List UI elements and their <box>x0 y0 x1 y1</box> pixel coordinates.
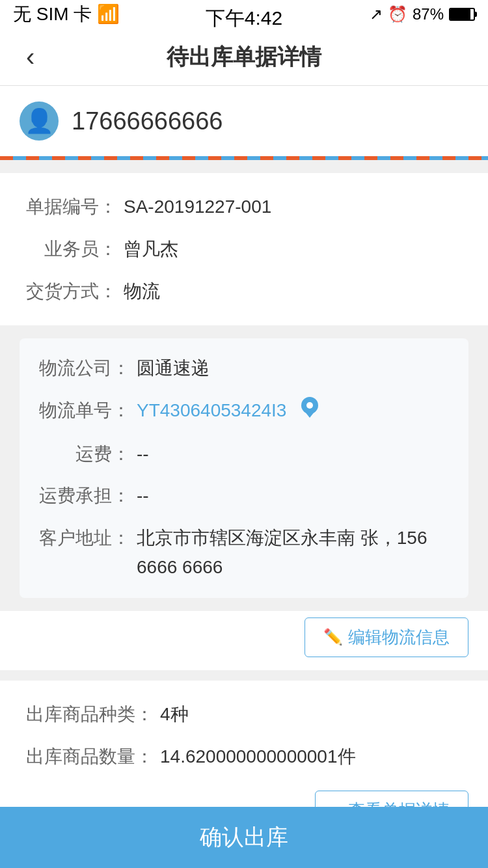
nav-bar: ‹ 待出库单据详情 <box>0 29 488 86</box>
avatar-icon: 👤 <box>25 107 54 135</box>
svg-marker-2 <box>305 411 315 418</box>
edit-logistics-label: 编辑物流信息 <box>348 626 450 649</box>
confirm-outbound-button[interactable]: 确认出库 <box>26 822 462 852</box>
address-label: 客户地址： <box>39 524 130 553</box>
location-status-icon: ↗ <box>370 5 383 23</box>
goods-quantity-label: 出库商品数量： <box>26 742 154 772</box>
goods-type-row: 出库商品种类： 4种 <box>26 700 462 729</box>
status-time: 下午4:42 <box>206 5 282 32</box>
document-info-section: 单据编号： SA-20191227-001 业务员： 曾凡杰 交货方式： 物流 <box>0 173 488 325</box>
salesman-value: 曾凡杰 <box>117 235 462 264</box>
salesman-row: 业务员： 曾凡杰 <box>26 235 462 264</box>
freight-bear-value: -- <box>130 481 449 511</box>
goods-type-value: 4种 <box>154 700 462 729</box>
customer-header: 👤 17666666666 <box>0 86 488 156</box>
logistics-section: 物流公司： 圆通速递 物流单号： YT43064053424I3 <box>20 338 468 597</box>
battery-icon <box>449 8 475 21</box>
freight-row: 运费： -- <box>39 440 449 469</box>
status-bar: 无 SIM 卡 📶 下午4:42 ↗ ⏰ 87% <box>0 0 488 29</box>
tracking-number-value: YT43064053424I3 <box>130 396 449 427</box>
delivery-value: 物流 <box>117 277 462 306</box>
avatar: 👤 <box>20 102 59 141</box>
freight-bear-label: 运费承担： <box>39 481 130 511</box>
page-title: 待出库单据详情 <box>167 42 321 72</box>
tracking-number-label: 物流单号： <box>39 396 130 426</box>
logistics-company-value: 圆通速递 <box>130 354 449 383</box>
alarm-icon: ⏰ <box>388 5 407 23</box>
document-number-value: SA-20191227-001 <box>117 193 462 222</box>
main-content: 👤 17666666666 单据编号： SA-20191227-001 业务员：… <box>0 86 488 868</box>
freight-value: -- <box>130 440 449 469</box>
status-left: 无 SIM 卡 📶 <box>13 2 120 27</box>
goods-type-label: 出库商品种类： <box>26 700 154 729</box>
delivery-row: 交货方式： 物流 <box>26 277 462 306</box>
logistics-company-label: 物流公司： <box>39 354 130 383</box>
edit-btn-row: ✏️ 编辑物流信息 <box>0 611 488 670</box>
logistics-company-row: 物流公司： 圆通速递 <box>39 354 449 383</box>
document-number-row: 单据编号： SA-20191227-001 <box>26 193 462 222</box>
delivery-label: 交货方式： <box>26 277 117 306</box>
edit-logistics-button[interactable]: ✏️ 编辑物流信息 <box>305 617 468 657</box>
dashed-divider <box>0 156 488 160</box>
freight-bear-row: 运费承担： -- <box>39 481 449 511</box>
back-button[interactable]: ‹ <box>20 36 41 78</box>
tracking-number-row: 物流单号： YT43064053424I3 <box>39 396 449 427</box>
customer-phone: 17666666666 <box>72 107 223 135</box>
freight-label: 运费： <box>39 440 130 469</box>
svg-point-1 <box>306 402 313 409</box>
address-value: 北京市市辖区海淀区永丰南 张，156 6666 6666 <box>130 524 449 582</box>
salesman-label: 业务员： <box>26 235 117 264</box>
address-row: 客户地址： 北京市市辖区海淀区永丰南 张，156 6666 6666 <box>39 524 449 582</box>
bottom-bar: 确认出库 <box>0 807 488 868</box>
goods-quantity-row: 出库商品数量： 14.620000000000001件 <box>26 742 462 772</box>
document-number-label: 单据编号： <box>26 193 117 222</box>
status-right: ↗ ⏰ 87% <box>370 5 475 23</box>
location-pin-icon[interactable] <box>301 397 319 427</box>
battery-percent: 87% <box>413 5 444 23</box>
edit-icon: ✏️ <box>323 628 343 646</box>
goods-quantity-value: 14.620000000000001件 <box>154 742 462 772</box>
gray-divider-1 <box>0 670 488 681</box>
goods-section: 出库商品种类： 4种 出库商品数量： 14.620000000000001件 <box>0 681 488 785</box>
